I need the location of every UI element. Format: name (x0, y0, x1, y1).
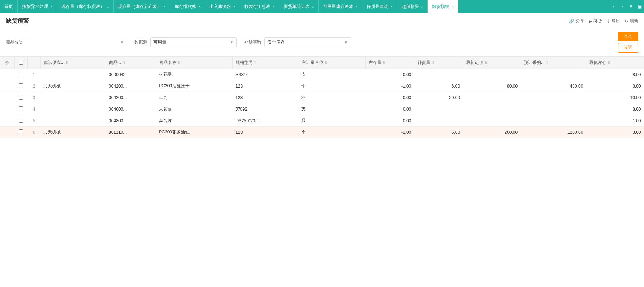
row-checkbox-cell[interactable] (14, 69, 27, 80)
table-row: 4 004600... 火花塞 J7092 支 0.00 8.00 (0, 103, 644, 115)
min-stock-sort-icon[interactable]: ⇅ (608, 61, 610, 65)
row-min-stock-2: 10.00 (586, 92, 644, 103)
tab-home[interactable]: 首页 (0, 0, 18, 13)
category-filter-group: 商品分类 ▼ (6, 39, 127, 46)
settings-button[interactable]: 设置 (618, 43, 638, 53)
table-row: 3 004200... 三九 123 箱 0.00 20.00 10.00 (0, 92, 644, 103)
latest-price-sort-icon[interactable]: ⇅ (484, 61, 487, 65)
table-container: ⚙ 默认供应... ⇅ 商品... (0, 56, 644, 138)
refresh-button[interactable]: ↻ 刷新 (625, 18, 638, 24)
row-est-purchase-2 (521, 92, 586, 103)
row-checkbox-1[interactable] (19, 83, 23, 88)
replenish-qty-sort-icon[interactable]: ⇅ (431, 61, 434, 65)
export-button[interactable]: ⇓ 导出 (606, 18, 620, 24)
row-checkbox-cell[interactable] (14, 115, 27, 127)
th-replenish-qty: 补货量 ⇅ (414, 57, 463, 69)
row-stock-0: 0.00 (365, 69, 414, 80)
row-latest-price-5: 200.00 (463, 127, 521, 138)
stock-sort-icon[interactable]: ⇅ (383, 61, 386, 65)
close-tab-batch-account[interactable]: × (199, 5, 201, 9)
tab-inout-flow[interactable]: 出入库流水 × (205, 0, 240, 13)
tab-available-ledger[interactable]: 可用量库存账本 × (319, 0, 362, 13)
tab-close-all-button[interactable]: ✕ (627, 0, 635, 13)
column-settings-icon[interactable]: ⚙ (5, 60, 9, 66)
row-num-3: 4 (27, 103, 40, 115)
tab-batch-account[interactable]: 库存批次账 × (170, 0, 205, 13)
spec-sort-icon[interactable]: ⇅ (254, 61, 257, 65)
row-checkbox-2[interactable] (19, 95, 23, 100)
close-tab-expiry-query[interactable]: × (391, 5, 393, 9)
tab-collect-summary[interactable]: 收发存汇总表 × (240, 0, 279, 13)
header-actions: 🔗 分享 ▶ 补货 ⇓ 导出 ↻ 刷新 (569, 18, 638, 24)
row-supplier-2 (40, 92, 106, 103)
tab-shortage-warning[interactable]: 缺货预警 × (428, 0, 458, 13)
row-product-code-3: 004600... (106, 103, 156, 115)
query-button[interactable]: 查询 (618, 32, 638, 41)
row-checkbox-3[interactable] (19, 106, 23, 111)
product-name-sort-icon[interactable]: ⇅ (178, 61, 180, 65)
filter-row: 商品分类 ▼ 数据源 可用量 ▼ 补货基数 安全库存 ▼ 查询 设置 (0, 28, 644, 56)
close-tab-collect-summary[interactable]: × (273, 5, 275, 9)
tab-fullscreen-button[interactable]: ▣ (635, 0, 644, 13)
close-tab-available-ledger[interactable]: × (356, 5, 358, 9)
row-min-stock-5: 3.00 (586, 127, 644, 138)
row-checkbox-5[interactable] (19, 129, 23, 134)
table-row: 6 力天机械 801110... PC200张紧油缸 123 个 -1.00 6… (0, 127, 644, 138)
tab-overstock-warning[interactable]: 超储预警 × (397, 0, 428, 13)
unit-sort-icon[interactable]: ⇅ (325, 61, 327, 65)
row-product-name-3: 火花塞 (156, 103, 232, 115)
page-header: 缺货预警 🔗 分享 ▶ 补货 ⇓ 导出 ↻ 刷新 (0, 13, 644, 28)
row-checkbox-4[interactable] (19, 118, 23, 123)
close-tab-shortage-warning[interactable]: × (452, 5, 454, 9)
row-unit-2: 箱 (299, 92, 365, 103)
datasource-select[interactable]: 可用量 ▼ (150, 37, 237, 47)
category-select[interactable]: ▼ (26, 39, 127, 46)
row-unit-5: 个 (299, 127, 365, 138)
data-table: ⚙ 默认供应... ⇅ 商品... (0, 56, 644, 138)
row-checkbox-cell[interactable] (14, 80, 27, 92)
tab-prev-button[interactable]: ‹ (609, 0, 618, 13)
product-code-sort-icon[interactable]: ⇅ (122, 61, 125, 65)
share-button[interactable]: 🔗 分享 (569, 18, 584, 24)
row-replenish-qty-5: 6.00 (414, 127, 463, 138)
category-arrow-icon: ▼ (120, 40, 124, 44)
row-gear-cell (0, 103, 14, 115)
row-stock-2: 0.00 (365, 92, 414, 103)
row-gear-cell (0, 127, 14, 138)
row-latest-price-4 (463, 115, 521, 127)
tab-inventory-status[interactable]: 现存量（库存状况表） × (57, 0, 114, 13)
row-stock-3: 0.00 (365, 103, 414, 115)
row-gear-cell (0, 92, 14, 103)
row-product-name-4: 离合片 (156, 115, 232, 127)
th-spec: 规格型号 ⇅ (232, 57, 299, 69)
tab-abnormal[interactable]: 拣货异常处理 × (18, 0, 57, 13)
row-unit-4: 只 (299, 115, 365, 127)
close-tab-inout-flow[interactable]: × (233, 5, 235, 9)
close-tab-demand-stat[interactable]: × (312, 5, 314, 9)
est-purchase-sort-icon[interactable]: ⇅ (546, 61, 549, 65)
tab-inventory-dist[interactable]: 现存量（库存分布表） × (114, 0, 170, 13)
row-supplier-3 (40, 103, 106, 115)
row-supplier-1: 力天机械 (40, 80, 106, 92)
row-latest-price-2 (463, 92, 521, 103)
replenish-basis-arrow-icon: ▼ (344, 40, 348, 44)
row-checkbox-cell[interactable] (14, 127, 27, 138)
close-tab-inventory-status[interactable]: × (107, 5, 109, 9)
close-tab-abnormal[interactable]: × (50, 5, 52, 9)
tab-demand-stat[interactable]: 要货单统计表 × (279, 0, 319, 13)
tab-next-button[interactable]: › (618, 0, 627, 13)
replenish-button[interactable]: ▶ 补货 (589, 18, 602, 24)
close-tab-overstock-warning[interactable]: × (421, 5, 423, 9)
row-replenish-qty-2: 20.00 (414, 92, 463, 103)
replenish-basis-select[interactable]: 安全库存 ▼ (264, 37, 351, 47)
row-product-code-4: 004800... (106, 115, 156, 127)
tab-expiry-query[interactable]: 保质期查询 × (362, 0, 397, 13)
select-all-checkbox[interactable] (19, 60, 23, 65)
row-checkbox-cell[interactable] (14, 103, 27, 115)
row-est-purchase-3 (521, 103, 586, 115)
supplier-sort-icon[interactable]: ⇅ (66, 61, 69, 65)
row-checkbox-cell[interactable] (14, 92, 27, 103)
row-checkbox-0[interactable] (19, 72, 23, 76)
row-replenish-qty-1: 6.00 (414, 80, 463, 92)
close-tab-inventory-dist[interactable]: × (164, 5, 166, 9)
